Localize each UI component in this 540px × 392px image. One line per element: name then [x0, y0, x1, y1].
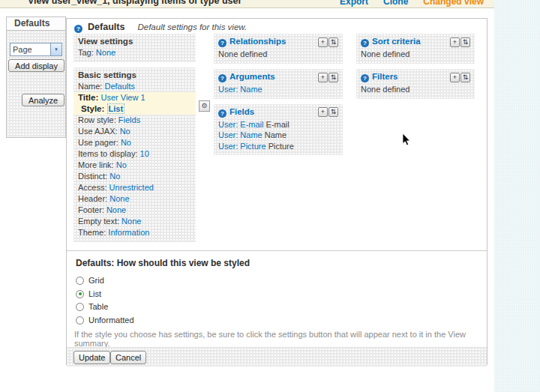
- filters-empty-text: None defined: [361, 84, 470, 95]
- setting-label: Theme:: [78, 228, 108, 237]
- style-option-label: List: [88, 289, 101, 298]
- clone-link[interactable]: Clone: [383, 0, 408, 7]
- setting-value-link[interactable]: 10: [140, 149, 149, 158]
- basic-setting-row: Access: Unrestricted: [78, 182, 191, 193]
- view-action-links: ExportCloneChanged view: [340, 0, 484, 7]
- style-option-label: Table: [88, 302, 108, 311]
- setting-label: Items to display:: [78, 149, 140, 158]
- basic-setting-row: Name: Defaults: [78, 81, 191, 92]
- setting-value-link[interactable]: User View 1: [100, 93, 145, 102]
- radio-icon: [76, 290, 84, 298]
- setting-value-link[interactable]: Defaults: [104, 82, 134, 91]
- update-button[interactable]: Update: [74, 351, 110, 364]
- style-option-table[interactable]: Table: [76, 302, 134, 316]
- argument-link[interactable]: User: Name: [218, 85, 262, 94]
- style-form: Defaults: How should this view be styled…: [67, 250, 487, 364]
- fields-title-link[interactable]: Fields: [230, 107, 254, 116]
- help-icon[interactable]: ?: [361, 74, 369, 82]
- relationships-title-link[interactable]: Relationships: [230, 37, 286, 46]
- add-field-button[interactable]: +: [318, 107, 328, 117]
- help-icon[interactable]: ?: [74, 25, 82, 33]
- help-icon[interactable]: ?: [218, 39, 226, 47]
- field-items: User: E-mail E-mailUser: Name NameUser: …: [218, 119, 338, 152]
- views-ui-page: View user_view_1, displaying items of ty…: [0, 0, 540, 392]
- style-settings-gear-button[interactable]: ⚙: [199, 100, 210, 112]
- style-options: GridListTableUnformatted: [76, 276, 134, 328]
- relationships-box: ?Relationships +⇅ None defined: [214, 34, 343, 64]
- add-relationship-button[interactable]: +: [318, 37, 328, 47]
- field-label: Name: [262, 130, 286, 139]
- setting-value-link[interactable]: No: [116, 160, 127, 169]
- style-option-grid[interactable]: Grid: [76, 276, 134, 289]
- display-sidebar: Page ▼ Add display Analyze: [6, 30, 66, 138]
- setting-value-link[interactable]: No: [110, 172, 120, 181]
- form-button-strip: Update Cancel: [67, 347, 487, 367]
- add-argument-button[interactable]: +: [318, 73, 328, 82]
- field-label: E-mail: [264, 120, 290, 129]
- page-title: View user_view_1, displaying items of ty…: [28, 0, 242, 6]
- filters-box: ?Filters +⇅ None defined: [356, 69, 475, 99]
- style-option-unformatted[interactable]: Unformatted: [76, 316, 134, 329]
- basic-settings-box: Basic settings Name: DefaultsTitle: User…: [74, 67, 196, 242]
- add-sort-button[interactable]: +: [450, 37, 460, 47]
- help-icon[interactable]: ?: [218, 74, 226, 82]
- field-link[interactable]: User: Picture: [218, 142, 266, 151]
- setting-value-link[interactable]: No: [120, 127, 130, 136]
- setting-value-link[interactable]: List: [107, 103, 125, 114]
- arguments-title-link[interactable]: Arguments: [230, 72, 275, 81]
- setting-value-link[interactable]: None: [106, 205, 126, 214]
- setting-value-link[interactable]: Unrestricted: [110, 183, 154, 192]
- rearrange-fields-button[interactable]: ⇅: [328, 107, 338, 117]
- sort-criteria-title-link[interactable]: Sort criteria: [372, 37, 421, 46]
- setting-label: Header:: [78, 194, 110, 203]
- analyze-button[interactable]: Analyze: [22, 94, 64, 106]
- basic-setting-row: Style: List: [74, 103, 196, 115]
- export-link[interactable]: Export: [340, 0, 368, 7]
- add-filter-button[interactable]: +: [450, 73, 460, 82]
- add-display-button[interactable]: Add display: [8, 59, 64, 72]
- rearrange-filters-button[interactable]: ⇅: [460, 73, 470, 82]
- argument-item: User: Name: [218, 84, 338, 95]
- cancel-button[interactable]: Cancel: [110, 351, 146, 364]
- filters-title-link[interactable]: Filters: [372, 72, 398, 81]
- rearrange-arguments-button[interactable]: ⇅: [328, 73, 338, 82]
- setting-value-link[interactable]: None: [110, 194, 129, 203]
- setting-label: Name:: [78, 82, 104, 91]
- basic-setting-row: Header: None: [78, 193, 191, 205]
- setting-label: Use pager:: [78, 138, 121, 147]
- display-type-select[interactable]: Page ▼: [10, 43, 62, 56]
- basic-setting-row: Use pager: No: [78, 137, 191, 148]
- setting-value-link[interactable]: None: [122, 217, 141, 226]
- field-link[interactable]: User: E-mail: [218, 120, 264, 129]
- basic-setting-row: Title: User View 1: [74, 92, 196, 103]
- setting-value-link[interactable]: Fields: [118, 115, 140, 124]
- view-settings-title: View settings: [78, 37, 191, 46]
- help-icon[interactable]: ?: [218, 109, 226, 118]
- sort-criteria-empty-text: None defined: [361, 49, 470, 60]
- setting-value-link[interactable]: Information: [108, 228, 149, 237]
- setting-value-link[interactable]: No: [121, 138, 131, 147]
- field-label: Picture: [266, 142, 294, 151]
- style-option-list[interactable]: List: [76, 289, 134, 303]
- argument-items: User: Name: [218, 84, 338, 95]
- setting-label: Use AJAX:: [78, 127, 120, 136]
- rearrange-sorts-button[interactable]: ⇅: [460, 37, 470, 47]
- page-background-texture: [494, 0, 540, 392]
- summary-description: Default settings for this view.: [137, 22, 247, 31]
- basic-setting-row: Distinct: No: [78, 171, 191, 182]
- rearrange-relationships-button[interactable]: ⇅: [328, 37, 338, 47]
- changed-view-link[interactable]: Changed view: [423, 0, 484, 7]
- field-link[interactable]: User: Name: [218, 130, 262, 139]
- basic-setting-row: More link: No: [78, 160, 191, 171]
- radio-icon: [76, 316, 84, 325]
- chevron-down-icon[interactable]: ▼: [50, 43, 62, 55]
- view-settings-box: View settings Tag: None: [74, 34, 196, 62]
- help-icon[interactable]: ?: [361, 39, 369, 47]
- summary-heading: Defaults: [88, 22, 124, 32]
- tag-value-link[interactable]: None: [96, 48, 116, 57]
- setting-label: Access:: [78, 183, 110, 192]
- tab-defaults[interactable]: Defaults: [6, 16, 66, 30]
- setting-label: Row style:: [78, 115, 118, 124]
- sort-criteria-box: ?Sort criteria +⇅ None defined: [356, 34, 475, 64]
- basic-setting-row: Theme: Information: [78, 227, 191, 238]
